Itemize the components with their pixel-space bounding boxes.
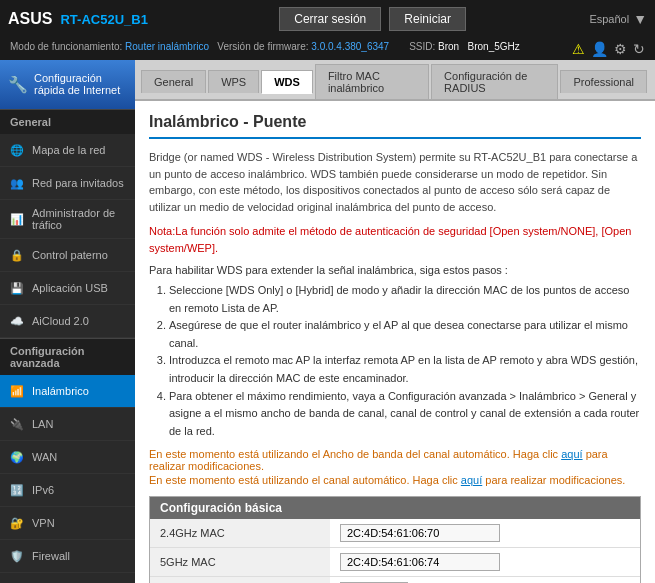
sidebar: 🔧 Configuración rápida de Internet Gener…: [0, 60, 135, 583]
sidebar-item-label: Mapa de la red: [32, 144, 105, 156]
mac5-value: [330, 548, 640, 577]
router-model: RT-AC52U_B1: [60, 12, 147, 27]
sidebar-item-wan[interactable]: 🌍 WAN: [0, 441, 135, 474]
wireless-icon: 📶: [8, 382, 26, 400]
mode-link[interactable]: Router inalámbrico: [125, 41, 209, 52]
asus-logo: ASUS: [8, 10, 52, 28]
step-1: Seleccione [WDS Only] o [Hybrid] de modo…: [169, 282, 641, 317]
settings-icon[interactable]: ⚙: [614, 41, 627, 57]
bandwidth-link[interactable]: aquí: [561, 448, 582, 460]
sidebar-item-wireless[interactable]: 📶 Inalámbrico: [0, 375, 135, 408]
quick-setup-item[interactable]: 🔧 Configuración rápida de Internet: [0, 60, 135, 109]
sidebar-item-label: VPN: [32, 517, 55, 529]
step-3: Introduzca el remoto mac AP la interfaz …: [169, 352, 641, 387]
sidebar-item-usb[interactable]: 💾 Aplicación USB: [0, 272, 135, 305]
channel-link[interactable]: aquí: [461, 474, 482, 486]
sidebar-item-label: Aplicación USB: [32, 282, 108, 294]
sidebar-item-label: LAN: [32, 418, 53, 430]
step-4: Para obtener el máximo rendimiento, vaya…: [169, 388, 641, 441]
vpn-icon: 🔐: [8, 514, 26, 532]
note-text: Nota:La función solo admite el método de…: [149, 223, 641, 256]
page-content: Inalámbrico - Puente Bridge (or named WD…: [135, 101, 655, 583]
sidebar-item-parental[interactable]: 🔒 Control paterno: [0, 239, 135, 272]
mac5-label: 5GHz MAC: [150, 548, 330, 577]
language-label: Español: [589, 13, 629, 25]
orange-note-2: En este momento está utilizando el canal…: [149, 474, 641, 486]
ssid-2g: Bron: [438, 41, 459, 52]
guests-icon: 👥: [8, 174, 26, 192]
steps-title: Para habilitar WDS para extender la seña…: [149, 264, 641, 276]
traffic-icon: 📊: [8, 210, 26, 228]
sidebar-item-aicloud[interactable]: ☁️ AiCloud 2.0: [0, 305, 135, 338]
sidebar-item-label: Control paterno: [32, 249, 108, 261]
notification-icon[interactable]: ⚠: [572, 41, 585, 57]
general-section-header: General: [0, 109, 135, 134]
tab-wps[interactable]: WPS: [208, 70, 259, 93]
lan-icon: 🔌: [8, 415, 26, 433]
logout-button[interactable]: Cerrar sesión: [279, 7, 381, 31]
sidebar-item-label: Red para invitados: [32, 177, 124, 189]
sidebar-item-ipv6[interactable]: 🔢 IPv6: [0, 474, 135, 507]
firewall-icon: 🛡️: [8, 547, 26, 565]
sidebar-item-label: Firewall: [32, 550, 70, 562]
mac5-input[interactable]: [340, 553, 500, 571]
ssid-bar: Modo de funcionamiento: Router inalámbri…: [0, 38, 655, 60]
refresh-icon[interactable]: ↻: [633, 41, 645, 57]
sidebar-item-map[interactable]: 🌐 Mapa de la red: [0, 134, 135, 167]
tab-wds[interactable]: WDS: [261, 70, 313, 94]
wan-icon: 🌍: [8, 448, 26, 466]
chevron-down-icon: ▼: [633, 11, 647, 27]
layout: 🔧 Configuración rápida de Internet Gener…: [0, 60, 655, 583]
firmware-link[interactable]: 3.0.0.4.380_6347: [311, 41, 389, 52]
orange-note-1: En este momento está utilizando el Ancho…: [149, 448, 641, 472]
table-row: Banda 2.4GHz 5GHz: [150, 577, 640, 583]
main-content: General WPS WDS Filtro MAC inalámbrico C…: [135, 60, 655, 583]
basic-config-section: Configuración básica 2.4GHz MAC 5GHz MAC: [149, 496, 641, 583]
map-icon: 🌐: [8, 141, 26, 159]
sidebar-item-label: IPv6: [32, 484, 54, 496]
sidebar-item-label: WAN: [32, 451, 57, 463]
table-row: 2.4GHz MAC: [150, 519, 640, 548]
cloud-icon: ☁️: [8, 312, 26, 330]
sidebar-item-traffic[interactable]: 📊 Administrador de tráfico: [0, 200, 135, 239]
sidebar-item-firewall[interactable]: 🛡️ Firewall: [0, 540, 135, 573]
user-icon: 👤: [591, 41, 608, 57]
restart-button[interactable]: Reiniciar: [389, 7, 466, 31]
banda-label: Banda: [150, 577, 330, 583]
advanced-section-header: Configuración avanzada: [0, 338, 135, 375]
ipv6-icon: 🔢: [8, 481, 26, 499]
sidebar-item-vpn[interactable]: 🔐 VPN: [0, 507, 135, 540]
mac24-input[interactable]: [340, 524, 500, 542]
usb-icon: 💾: [8, 279, 26, 297]
header: ASUS RT-AC52U_B1 Cerrar sesión Reiniciar…: [0, 0, 655, 38]
quick-setup-label: Configuración rápida de Internet: [34, 72, 127, 96]
table-row: 5GHz MAC: [150, 548, 640, 577]
tab-professional[interactable]: Professional: [560, 70, 647, 93]
quick-setup-icon: 🔧: [8, 75, 28, 94]
tab-general[interactable]: General: [141, 70, 206, 93]
parental-icon: 🔒: [8, 246, 26, 264]
sidebar-item-label: Inalámbrico: [32, 385, 89, 397]
config-table: 2.4GHz MAC 5GHz MAC Banda: [150, 519, 640, 583]
sidebar-item-lan[interactable]: 🔌 LAN: [0, 408, 135, 441]
page-title: Inalámbrico - Puente: [149, 113, 641, 139]
ssid-5g: Bron_5GHz: [468, 41, 520, 52]
config-section-title: Configuración básica: [150, 497, 640, 519]
steps-list: Seleccione [WDS Only] o [Hybrid] de modo…: [149, 282, 641, 440]
ssid-info: SSID: Bron Bron_5GHz: [409, 41, 520, 57]
tab-radius[interactable]: Configuración de RADIUS: [431, 64, 558, 99]
sidebar-item-label: AiCloud 2.0: [32, 315, 89, 327]
sidebar-item-guests[interactable]: 👥 Red para invitados: [0, 167, 135, 200]
tab-bar: General WPS WDS Filtro MAC inalámbrico C…: [135, 60, 655, 101]
mode-label: Modo de funcionamiento: Router inalámbri…: [10, 41, 389, 57]
banda-value: 2.4GHz 5GHz: [330, 577, 640, 583]
mac24-label: 2.4GHz MAC: [150, 519, 330, 548]
description: Bridge (or named WDS - Wireless Distribu…: [149, 149, 641, 215]
mac24-value: [330, 519, 640, 548]
step-2: Asegúrese de que el router inalámbrico y…: [169, 317, 641, 352]
tab-mac-filter[interactable]: Filtro MAC inalámbrico: [315, 64, 429, 99]
sidebar-item-admin[interactable]: ⚙️ Administración: [0, 573, 135, 583]
sidebar-item-label: Administrador de tráfico: [32, 207, 127, 231]
